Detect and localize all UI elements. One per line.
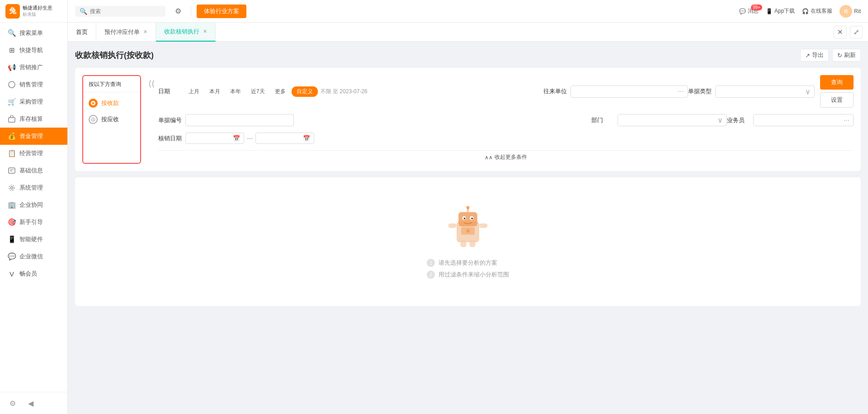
date-group: 上月 本月 本年 近7天 更多 自定义 不限 至 2023-07-26	[184, 86, 543, 97]
counterpart-input-wrapper[interactable]: ···	[571, 86, 688, 98]
date-tabs: 上月 本月 本年 近7天 更多 自定义	[184, 86, 318, 97]
settings-icon[interactable]: ⚙	[6, 397, 19, 409]
sidebar-item-vip[interactable]: V 畅会员	[0, 265, 67, 282]
divider	[191, 6, 191, 17]
sidebar-item-label: 企业微信	[19, 252, 43, 261]
collapse-more-label: 收起更多条件	[495, 153, 527, 161]
tip-2-text: 用过滤条件来缩小分析范围	[439, 271, 509, 279]
sidebar-item-label: 畅会员	[19, 270, 37, 278]
sidebar-item-label: 经营管理	[19, 149, 43, 157]
staff-ellipsis[interactable]: ···	[840, 116, 853, 124]
tab-receipt-writeoff[interactable]: 收款核销执行 ✕	[156, 23, 216, 42]
date-tab-last-7-days[interactable]: 近7天	[247, 86, 269, 97]
filter-option-by-receipt[interactable]: 按收款	[83, 95, 140, 111]
date-tab-custom[interactable]: 自定义	[292, 86, 318, 97]
search-input[interactable]	[90, 8, 153, 14]
calendar-end-icon[interactable]: 📅	[303, 135, 310, 142]
sidebar-item-inventory[interactable]: 库存核算	[0, 110, 67, 128]
sidebar-item-purchase[interactable]: 🛒 采购管理	[0, 93, 67, 110]
gear-icon[interactable]: ⚙	[171, 4, 185, 19]
department-input[interactable]	[618, 114, 714, 126]
sidebar-item-label: 销售管理	[19, 81, 43, 89]
date-unlimit: 不限 至 2023-07-26	[321, 88, 368, 95]
date-tab-last-month[interactable]: 上月	[184, 86, 203, 97]
sidebar-item-label: 系统管理	[19, 184, 43, 192]
writeoff-start-value[interactable]: 2023-03-01	[189, 135, 230, 142]
search-icon: 🔍	[8, 29, 16, 37]
query-button[interactable]: 查询	[820, 75, 854, 90]
industry-solution-button[interactable]: 体验行业方案	[197, 5, 246, 18]
filter-option-by-receivable[interactable]: 按应收	[83, 111, 140, 128]
settings-button[interactable]: 设置	[820, 92, 854, 108]
sidebar-item-operations[interactable]: 📋 经营管理	[0, 145, 67, 162]
messages-button[interactable]: 💬 消息 99+	[739, 7, 759, 15]
empty-tip-2: 2 用过滤条件来缩小分析范围	[427, 271, 509, 279]
online-service-button[interactable]: 🎧 在线客服	[802, 7, 832, 15]
sidebar-item-sales[interactable]: 销售管理	[0, 76, 67, 93]
refresh-icon: ↻	[837, 52, 842, 59]
doc-number-input[interactable]	[185, 114, 294, 126]
tab-prepay[interactable]: 预付冲应付单 ✕	[96, 23, 156, 42]
sidebar-item-system[interactable]: 系统管理	[0, 179, 67, 196]
topbar-search-box[interactable]: 🔍	[75, 6, 165, 17]
department-chevron[interactable]: ∨	[714, 116, 726, 124]
headset-icon: 🎧	[802, 8, 809, 14]
svg-rect-16	[479, 224, 487, 228]
tab-home[interactable]: 首页	[68, 23, 96, 42]
sidebar-item-basic-info[interactable]: 基础信息	[0, 162, 67, 179]
writeoff-end-value[interactable]: 2023-07-21	[259, 135, 300, 142]
writeoff-date-end-input[interactable]: 2023-07-21 📅	[255, 133, 314, 144]
doc-type-input[interactable]	[716, 86, 802, 97]
tab-receipt-writeoff-close[interactable]: ✕	[203, 29, 207, 34]
receipt-icon	[89, 99, 98, 108]
collapse-sidebar-icon[interactable]: ◀	[24, 397, 37, 409]
tabbar-actions: ✕ ⤢	[834, 26, 868, 38]
sidebar-item-newbie[interactable]: 🎯 新手引导	[0, 214, 67, 231]
app-download-button[interactable]: 📱 App下载	[766, 7, 795, 15]
doc-type-label: 单据类型	[688, 87, 712, 95]
filter-field-doc-type: 单据类型 ∨	[688, 86, 815, 98]
sidebar-item-wechat[interactable]: 💬 企业微信	[0, 248, 67, 265]
export-button[interactable]: ↗ 导出	[800, 49, 829, 62]
by-receivable-label: 按应收	[101, 115, 119, 124]
staff-label: 业务员	[727, 116, 750, 124]
counterpart-ellipsis[interactable]: ···	[675, 87, 688, 95]
sidebar-item-marketing[interactable]: 📢 营销推广	[0, 59, 67, 76]
staff-input-wrapper[interactable]: ···	[753, 114, 854, 126]
collapse-more-button[interactable]: ∧∧ 收起更多条件	[158, 150, 854, 164]
refresh-button[interactable]: ↻ 刷新	[832, 49, 861, 62]
sidebar-item-hardware[interactable]: 📱 智能硬件	[0, 231, 67, 248]
date-tab-this-month[interactable]: 本月	[205, 86, 224, 97]
sidebar-item-label: 快捷导航	[19, 46, 43, 54]
expand-tab-icon[interactable]: ⤢	[850, 26, 863, 38]
sidebar-item-enterprise[interactable]: 🏢 企业协同	[0, 196, 67, 214]
doc-type-select-wrapper[interactable]: ∨	[715, 86, 815, 98]
user-profile[interactable]: R Rit	[840, 5, 861, 18]
close-tab-icon[interactable]: ✕	[834, 26, 846, 38]
tab-prepay-close[interactable]: ✕	[143, 29, 147, 35]
filter-sidebar-title: 按以下方查询	[83, 81, 140, 92]
logo-sub: 标准版	[23, 11, 52, 18]
cart-icon: 🛒	[8, 98, 16, 106]
sidebar-item-search[interactable]: 🔍 搜索菜单	[0, 24, 67, 42]
counterpart-input[interactable]	[571, 86, 675, 97]
filter-collapse-button[interactable]: ⟨⟨	[145, 75, 158, 164]
date-tab-this-year[interactable]: 本年	[226, 86, 245, 97]
sidebar-item-quick-nav[interactable]: ⊞ 快捷导航	[0, 42, 67, 59]
staff-input[interactable]	[754, 114, 840, 126]
sidebar-item-label: 库存核算	[19, 115, 43, 123]
tip-1-text: 请先选择要分析的方案	[439, 259, 497, 267]
calendar-start-icon[interactable]: 📅	[233, 135, 240, 142]
sidebar-item-funds[interactable]: 💰 资金管理	[0, 128, 67, 145]
online-service-label: 在线客服	[811, 7, 832, 15]
page-actions: ↗ 导出 ↻ 刷新	[800, 49, 861, 62]
svg-point-0	[9, 81, 15, 88]
tip-1-number: 1	[427, 259, 435, 267]
svg-rect-17	[460, 240, 466, 247]
svg-point-20	[467, 206, 470, 209]
date-tab-more[interactable]: 更多	[271, 86, 290, 97]
writeoff-date-start-input[interactable]: 2023-03-01 📅	[185, 133, 244, 144]
department-select-wrapper[interactable]: ∨	[618, 114, 727, 126]
filter-row-2: 单据编号 部门 ∨ 业务员 ···	[158, 114, 854, 126]
doc-type-chevron[interactable]: ∨	[802, 87, 814, 96]
